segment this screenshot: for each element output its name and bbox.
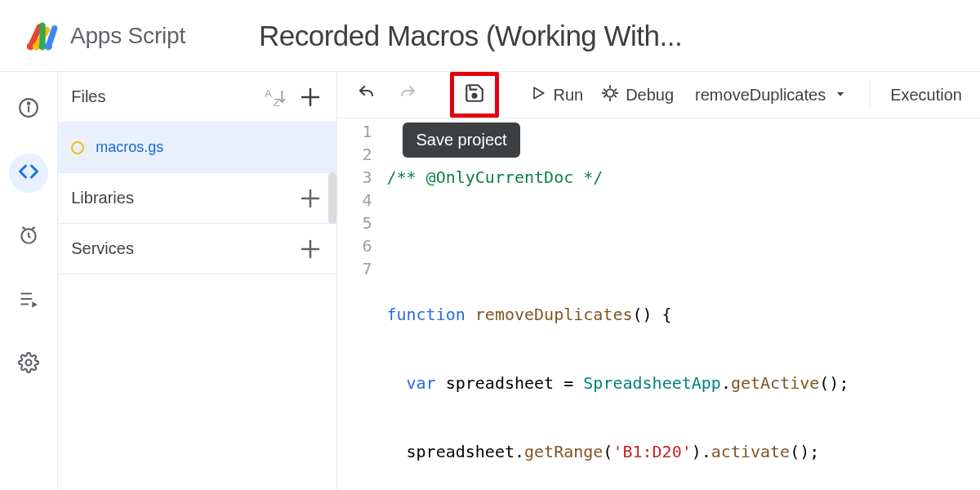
code-token: getRange [524, 442, 603, 461]
executions-icon [18, 288, 39, 313]
file-name-label: macros.gs [96, 139, 163, 156]
code-token: removeDuplicates [475, 305, 633, 324]
line-number: 2 [337, 143, 372, 166]
apps-script-logo-icon [24, 18, 60, 54]
svg-text:A: A [265, 87, 273, 100]
product-logo-group: Apps Script [24, 18, 185, 54]
add-service-icon[interactable] [297, 236, 323, 262]
svg-point-3 [45, 42, 52, 50]
project-title[interactable]: Recorded Macros (Working With... [259, 20, 682, 52]
files-header: Files AZ [58, 72, 336, 122]
code-token: function [386, 305, 465, 324]
main-area: Files AZ macros.gs Libraries Services [0, 72, 980, 490]
services-section[interactable]: Services [58, 224, 336, 274]
save-tooltip: Save project [403, 122, 519, 158]
svg-point-23 [607, 89, 614, 96]
save-button[interactable] [457, 79, 492, 110]
nav-overview[interactable] [9, 90, 48, 129]
function-selector[interactable]: removeDuplicates [685, 86, 857, 105]
undo-icon [357, 83, 376, 107]
execution-log-button[interactable]: Execution [884, 86, 969, 105]
line-number: 7 [337, 257, 372, 280]
svg-text:Z: Z [274, 96, 280, 108]
nav-executions[interactable] [9, 281, 48, 320]
sort-az-icon[interactable]: AZ [261, 84, 287, 110]
code-token: 'B1:D20' [612, 442, 691, 461]
unsaved-indicator-icon [71, 141, 84, 154]
svg-marker-22 [534, 87, 544, 98]
nav-settings[interactable] [9, 345, 48, 384]
add-library-icon[interactable] [297, 185, 323, 212]
code-editor[interactable]: 1 2 3 4 5 6 7 /** @OnlyCurrentDoc */ fun… [337, 118, 980, 490]
run-label: Run [553, 86, 583, 105]
libraries-label: Libraries [71, 189, 297, 207]
redo-icon [398, 83, 417, 107]
line-gutter: 1 2 3 4 5 6 7 [337, 120, 386, 490]
code-icon [17, 160, 40, 186]
editor-area: Run Debug removeDuplicates Execution Sav… [337, 72, 980, 490]
redo-button[interactable] [390, 77, 425, 113]
save-tooltip-text: Save project [416, 131, 506, 149]
function-selected-label: removeDuplicates [695, 86, 826, 105]
line-number: 3 [337, 166, 372, 189]
save-icon [464, 82, 485, 108]
code-content[interactable]: /** @OnlyCurrentDoc */ function removeDu… [386, 120, 980, 490]
line-number: 5 [337, 212, 372, 234]
code-token: spreadsheet [407, 442, 514, 461]
run-button[interactable]: Run [523, 77, 590, 113]
svg-point-12 [26, 360, 32, 366]
libraries-section[interactable]: Libraries [58, 173, 336, 224]
code-token: SpreadsheetApp [583, 373, 721, 393]
code-token: activate [711, 442, 790, 461]
svg-point-21 [473, 93, 477, 97]
code-comment: /** @OnlyCurrentDoc */ [386, 167, 603, 187]
nav-editor[interactable] [9, 154, 48, 193]
execution-label: Execution [890, 86, 962, 104]
undo-button[interactable] [349, 77, 385, 113]
code-token: var [407, 373, 436, 393]
info-icon [18, 97, 39, 122]
clock-icon [18, 225, 39, 249]
svg-marker-24 [837, 92, 844, 96]
left-nav-rail [0, 72, 58, 490]
save-button-highlight [450, 72, 499, 118]
chevron-down-icon [834, 86, 847, 105]
code-token: getActive [731, 373, 819, 393]
file-item-macros[interactable]: macros.gs [58, 122, 336, 173]
nav-triggers[interactable] [9, 217, 48, 256]
editor-toolbar: Run Debug removeDuplicates Execution [337, 72, 980, 118]
play-icon [530, 85, 546, 105]
debug-icon [601, 84, 619, 106]
gear-icon [18, 352, 39, 376]
code-token: spreadsheet [446, 373, 554, 393]
app-header: Apps Script Recorded Macros (Working Wit… [0, 0, 980, 72]
debug-button[interactable]: Debug [595, 77, 680, 113]
line-number: 1 [337, 120, 372, 143]
line-number: 6 [337, 234, 372, 257]
product-name: Apps Script [70, 23, 185, 49]
svg-marker-11 [32, 301, 38, 308]
scrollbar-thumb[interactable] [328, 173, 336, 224]
files-header-label: Files [71, 87, 252, 106]
toolbar-divider [870, 80, 871, 109]
add-file-icon[interactable] [297, 84, 323, 110]
line-number: 4 [337, 189, 372, 212]
services-label: Services [71, 239, 297, 258]
debug-label: Debug [626, 86, 674, 105]
svg-point-6 [28, 102, 30, 105]
file-panel: Files AZ macros.gs Libraries Services [58, 72, 337, 490]
